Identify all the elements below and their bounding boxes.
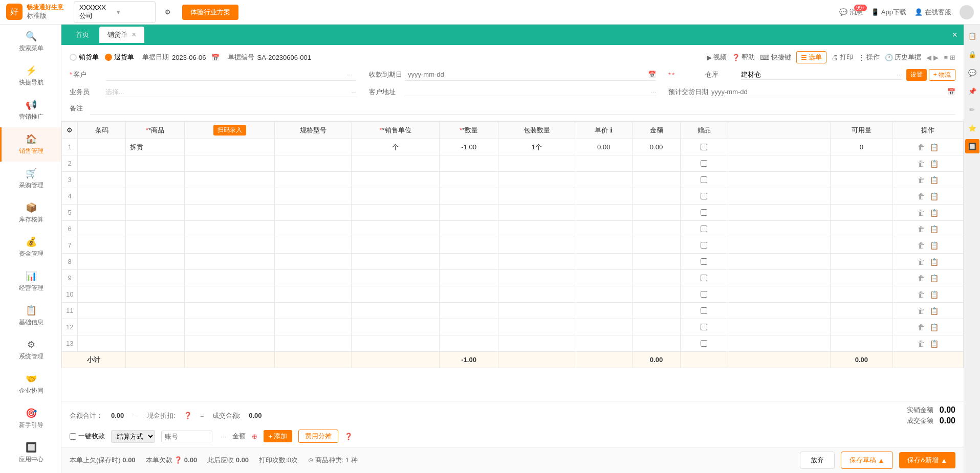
cell-pkg-qty[interactable] (498, 188, 575, 205)
gift-checkbox[interactable] (701, 144, 707, 150)
cell-quantity[interactable] (439, 155, 498, 172)
cell-pkg-qty[interactable]: 1个 (498, 139, 575, 155)
online-service-button[interactable]: 👤 在线客服 (914, 8, 951, 17)
cell-price[interactable] (575, 319, 633, 335)
cell-price[interactable] (575, 237, 633, 254)
cell-pkg-qty[interactable] (498, 254, 575, 270)
cell-pkg-qty[interactable] (498, 270, 575, 286)
copy-icon[interactable]: 📋 (930, 274, 939, 282)
col-scan[interactable]: 扫码录入 (185, 122, 275, 139)
cell-quantity[interactable] (439, 237, 498, 254)
account-input[interactable] (161, 431, 212, 442)
cell-gift[interactable] (680, 205, 728, 221)
cell-product[interactable] (125, 237, 184, 254)
gift-checkbox[interactable] (701, 275, 707, 281)
copy-icon[interactable]: 📋 (930, 340, 939, 348)
cell-barcode[interactable] (78, 303, 125, 319)
copy-icon[interactable]: 📋 (930, 176, 939, 184)
customer-input[interactable]: ··· (105, 69, 357, 81)
cell-quantity[interactable] (439, 335, 498, 352)
cell-barcode[interactable] (78, 254, 125, 270)
prev-icon[interactable]: ◀ (926, 54, 931, 61)
copy-icon[interactable]: 📋 (930, 258, 939, 266)
copy-icon[interactable]: 📋 (930, 323, 939, 331)
rs-orange-icon[interactable]: 🔲 (965, 139, 979, 153)
toolbar-shortcut-btn[interactable]: ⌨ 快捷键 (760, 53, 791, 62)
cell-amount[interactable] (633, 270, 680, 286)
copy-icon[interactable]: 📋 (930, 192, 939, 200)
customer-address-dots-icon[interactable]: ··· (650, 88, 656, 96)
cell-spec[interactable] (275, 319, 352, 335)
rs-pin-icon[interactable]: 📌 (965, 84, 979, 98)
cell-pkg-qty[interactable] (498, 172, 575, 188)
gift-checkbox[interactable] (701, 291, 707, 298)
debt-help-icon[interactable]: ❓ (174, 456, 182, 464)
cell-price[interactable] (575, 335, 633, 352)
cell-price[interactable] (575, 172, 633, 188)
cell-pkg-qty[interactable] (498, 155, 575, 172)
col-settings[interactable]: ⚙ (62, 122, 78, 139)
sidebar-item-system[interactable]: ⚙ 系统管理 (0, 333, 61, 367)
gift-checkbox[interactable] (701, 209, 707, 216)
cell-gift[interactable] (680, 254, 728, 270)
cell-barcode[interactable] (78, 221, 125, 237)
cell-pkg-qty[interactable] (498, 205, 575, 221)
gift-checkbox[interactable] (701, 242, 707, 249)
delete-icon[interactable]: 🗑 (918, 323, 925, 331)
cell-price[interactable] (575, 205, 633, 221)
cell-price[interactable] (575, 303, 633, 319)
delete-icon[interactable]: 🗑 (918, 209, 925, 217)
cell-quantity[interactable] (439, 286, 498, 303)
expense-split-button[interactable]: 费用分摊 (298, 430, 338, 443)
one-click-payment-checkbox[interactable]: 一键收款 (70, 432, 105, 441)
cell-unit[interactable] (352, 221, 440, 237)
cell-gift[interactable] (680, 286, 728, 303)
delete-icon[interactable]: 🗑 (918, 258, 925, 266)
delete-icon[interactable]: 🗑 (918, 340, 925, 348)
add-payment-button[interactable]: + 添加 (264, 430, 293, 442)
customer-dots-icon[interactable]: ··· (347, 71, 353, 78)
cell-barcode[interactable] (78, 286, 125, 303)
discard-button[interactable]: 放弃 (800, 452, 835, 469)
sidebar-item-guide[interactable]: 🎯 新手引导 (0, 401, 61, 436)
cell-pkg-qty[interactable] (498, 319, 575, 335)
logistics-button[interactable]: + 物流 (929, 69, 955, 81)
sidebar-item-inventory[interactable]: 📦 库存核算 (0, 196, 61, 230)
save-draft-button[interactable]: 保存草稿 ▲ (841, 452, 894, 469)
cell-unit[interactable] (352, 172, 440, 188)
cell-gift[interactable] (680, 335, 728, 352)
tab-bar-close-icon[interactable]: × (952, 30, 957, 40)
cell-product[interactable] (125, 335, 184, 352)
add-amount-icon[interactable]: ⊕ (252, 433, 257, 440)
cell-product[interactable] (125, 303, 184, 319)
cell-amount[interactable] (633, 303, 680, 319)
settlement-method-select[interactable]: 结算方式 (111, 430, 155, 443)
setup-button[interactable]: 设置 (906, 69, 927, 81)
cell-amount[interactable] (633, 335, 680, 352)
toolbar-history-btn[interactable]: 🕐 历史单据 (885, 53, 921, 62)
cell-product[interactable] (125, 172, 184, 188)
cell-unit[interactable] (352, 254, 440, 270)
delete-icon[interactable]: 🗑 (918, 176, 925, 184)
trial-button[interactable]: 体验行业方案 (182, 5, 238, 20)
sidebar-item-wechat[interactable]: 💬 企业微信 (0, 470, 61, 473)
cell-barcode[interactable] (78, 172, 125, 188)
cell-pkg-qty[interactable] (498, 286, 575, 303)
tab-home[interactable]: 首页 (68, 25, 97, 45)
message-button[interactable]: 💬 消息 99+ (839, 8, 863, 17)
delete-icon[interactable]: 🗑 (918, 143, 925, 151)
sidebar-item-operations[interactable]: 📊 经营管理 (0, 264, 61, 299)
gift-checkbox[interactable] (701, 258, 707, 265)
cell-product[interactable] (125, 319, 184, 335)
cell-barcode[interactable] (78, 335, 125, 352)
cell-spec[interactable] (275, 221, 352, 237)
one-click-checkbox[interactable] (70, 433, 76, 440)
delete-icon[interactable]: 🗑 (918, 274, 925, 282)
cell-price[interactable] (575, 155, 633, 172)
cell-gift[interactable] (680, 155, 728, 172)
rs-clipboard-icon[interactable]: 📋 (965, 29, 979, 43)
cell-price[interactable] (575, 254, 633, 270)
cell-gift[interactable] (680, 237, 728, 254)
cell-spec[interactable] (275, 155, 352, 172)
cell-gift[interactable] (680, 221, 728, 237)
